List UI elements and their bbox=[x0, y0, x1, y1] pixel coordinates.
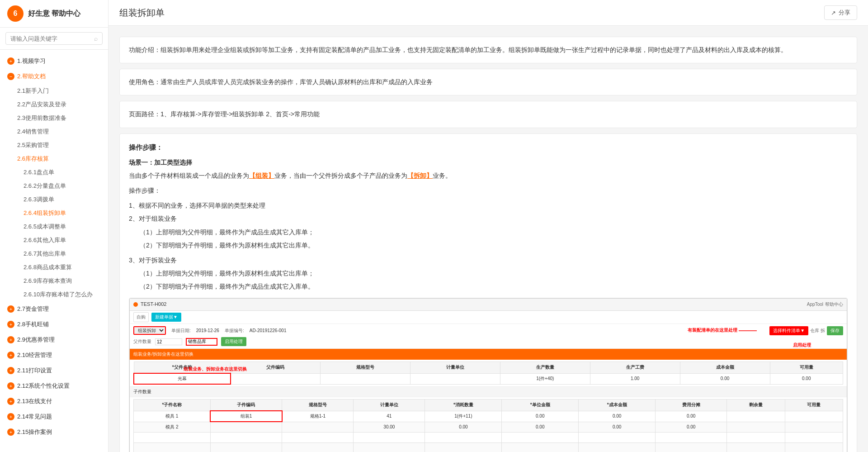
path-text: 页面路径：1、库存核算->库存管理->组装拆卸单 2、首页->常用功能 bbox=[129, 109, 848, 120]
sidebar-item-s9-label: 2.9优惠券管理 bbox=[17, 336, 55, 344]
mock-warehouse[interactable] bbox=[186, 338, 217, 346]
sidebar-item-s8-label: 2.8手机旺铺 bbox=[17, 320, 49, 328]
sidebar-item-s13[interactable]: + 2.13在线支付 bbox=[0, 394, 108, 409]
mock-parent-qty[interactable] bbox=[155, 338, 182, 345]
sidebar-item-2-6-1[interactable]: 2.6.1盘点单 bbox=[0, 166, 108, 179]
mock-apply-btn: 启用处理 bbox=[221, 337, 246, 346]
app-name: 好生意 帮助中心 bbox=[28, 9, 80, 19]
role-card: 使用角色：通常由生产人员或库管人员完成拆装业务的操作，库管人员确认原材料的出库和… bbox=[119, 69, 857, 95]
mock-type-select[interactable]: 组装拆卸 拆卸 bbox=[133, 326, 166, 335]
search-box: ⌕ bbox=[0, 28, 108, 50]
role-text: 使用角色：通常由生产人员或库管人员完成拆装业务的操作，库管人员确认原材料的出库和… bbox=[129, 76, 848, 88]
sidebar-item-2-6-2[interactable]: 2.6.2分量盘点单 bbox=[0, 179, 108, 193]
expand-icon-s11: + bbox=[7, 367, 14, 374]
mock-table-bottom-row-3 bbox=[134, 432, 843, 442]
search-input[interactable] bbox=[10, 35, 94, 42]
mock-doc-date: 2019-12-26 bbox=[196, 327, 219, 335]
sidebar-item-s15-label: 2.15操作案例 bbox=[17, 428, 52, 436]
nav-tree: + 1.视频学习 − 2.帮助文档 2.1新手入门 2.2产品安装及登录 2.3… bbox=[0, 50, 108, 452]
step3-2: （2）下部明细为子件明细，最终作为产成品生成其它入库单。 bbox=[129, 281, 848, 292]
sidebar-item-2-6-8[interactable]: 2.6.8商品成本重算 bbox=[0, 261, 108, 274]
sidebar-item-2-1[interactable]: 2.1新手入门 bbox=[0, 84, 108, 98]
sidebar-item-2-6-10[interactable]: 2.6.10库存账本错了怎么办 bbox=[0, 288, 108, 301]
sidebar-item-s8[interactable]: + 2.8手机旺铺 bbox=[0, 317, 108, 332]
sidebar-item-s7-label: 2.7资金管理 bbox=[17, 305, 49, 313]
search-box-inner[interactable]: ⌕ bbox=[5, 32, 103, 45]
collapse-icon: − bbox=[7, 73, 14, 80]
intro-text: 功能介绍：组装拆卸单用来处理企业组装或拆卸等加工业务，支持有固定装配清单的产品加… bbox=[129, 44, 848, 56]
expand-icon-s15: + bbox=[7, 428, 14, 436]
mock-fitted-btn: 选择料件清单▼ bbox=[769, 326, 808, 335]
sidebar-item-2-4[interactable]: 2.4销售管理 bbox=[0, 125, 108, 138]
annotation-type: 组装业务、拆卸业务在这里切换 bbox=[184, 365, 247, 373]
steps-title: 操作步骤： bbox=[129, 141, 848, 153]
annotation-fitted: 有装配清单的在这里处理 bbox=[688, 326, 757, 334]
sidebar-item-s14[interactable]: + 2.14常见问题 bbox=[0, 409, 108, 424]
scenario1-title: 场景一：加工类型选择 bbox=[129, 157, 848, 168]
sidebar-item-2-5[interactable]: 2.5采购管理 bbox=[0, 138, 108, 152]
mock-table-bottom-row-4 bbox=[134, 442, 843, 452]
mock-save-btn: 保存 bbox=[827, 326, 843, 335]
sidebar-item-2-6-9[interactable]: 2.6.9库存账本查询 bbox=[0, 274, 108, 288]
mock-window-title: TEST-H002 bbox=[141, 300, 166, 309]
expand-icon-s9: + bbox=[7, 336, 14, 343]
expand-icon-s10: + bbox=[7, 352, 14, 359]
screenshot-image: TEST-H002 AppTool 帮助中心 自购 新建单据▼ bbox=[129, 298, 847, 452]
mock-table-bottom: *子件名称子件编码规格型号计量单位*消耗数量*单位金额*成本金额费用分摊剩余量可… bbox=[133, 399, 843, 452]
step3-1: （1）上部明细为父件明细，最终作为原材料生成其它出库单； bbox=[129, 268, 848, 279]
steps-label: 操作步骤： bbox=[129, 185, 848, 196]
expand-icon-s8: + bbox=[7, 321, 14, 328]
share-button[interactable]: ↗ 分享 bbox=[824, 5, 857, 20]
sidebar-item-s10-label: 2.10经营管理 bbox=[17, 351, 52, 359]
sidebar-item-s10[interactable]: + 2.10经营管理 bbox=[0, 347, 108, 363]
search-icon[interactable]: ⌕ bbox=[94, 35, 98, 42]
sidebar-item-videos[interactable]: + 1.视频学习 bbox=[0, 53, 108, 69]
sidebar-item-videos-label: 1.视频学习 bbox=[17, 57, 46, 65]
sidebar-item-s9[interactable]: + 2.9优惠券管理 bbox=[0, 332, 108, 347]
steps-card: 操作步骤： 场景一：加工类型选择 当由多个子件材料组装成一个成品的业务为【组装】… bbox=[119, 133, 857, 452]
expand-icon-s12: + bbox=[7, 382, 14, 390]
path-card: 页面路径：1、库存核算->库存管理->组装拆卸单 2、首页->常用功能 bbox=[119, 101, 857, 128]
sidebar-item-2-6-6[interactable]: 2.6.6其他入库单 bbox=[0, 233, 108, 247]
scenario1-desc: 当由多个子件材料组装成一个成品的业务为【组装】业务，当由一个父件拆分成多个子产品… bbox=[129, 170, 848, 181]
sidebar-item-2-6-3[interactable]: 2.6.3调拨单 bbox=[0, 193, 108, 206]
topbar: 组装拆卸单 ↗ 分享 bbox=[108, 0, 868, 26]
sidebar-item-2-6-5[interactable]: 2.6.5成本调整单 bbox=[0, 220, 108, 233]
sidebar-item-s11[interactable]: + 2.11打印设置 bbox=[0, 363, 108, 378]
step3-title: 3、对于拆装业务 bbox=[129, 255, 848, 266]
sidebar-item-s15[interactable]: + 2.15操作案例 bbox=[0, 424, 108, 440]
sidebar-item-2-6-7[interactable]: 2.6.7其他出库单 bbox=[0, 247, 108, 261]
sidebar-item-2-2[interactable]: 2.2产品安装及登录 bbox=[0, 98, 108, 111]
sidebar-item-s7[interactable]: + 2.7资金管理 bbox=[0, 301, 108, 317]
step2-1: （1）上部明细为父件明细，最终作为产成品生成其它入库单； bbox=[129, 227, 848, 238]
mock-table-bottom-row-1: 模具 1 组装1 规格1-1411(件+11)0.000.000.00 bbox=[134, 411, 843, 422]
share-label: 分享 bbox=[839, 9, 850, 17]
expand-icon: + bbox=[7, 57, 14, 65]
mock-table-bottom-row-2: 模具 230.000.000.000.000.00 bbox=[134, 422, 843, 432]
sidebar-item-2-6[interactable]: 2.6库存核算 bbox=[0, 152, 108, 166]
sidebar-header: 6 好生意 帮助中心 bbox=[0, 0, 108, 28]
sidebar-item-s11-label: 2.11打印设置 bbox=[17, 366, 52, 375]
share-icon: ↗ bbox=[831, 10, 836, 16]
sidebar-item-help-docs[interactable]: − 2.帮助文档 bbox=[0, 69, 108, 84]
annotation-apply: 启用处理 bbox=[793, 341, 811, 349]
screenshot-container: TEST-H002 AppTool 帮助中心 自购 新建单据▼ bbox=[129, 298, 848, 452]
expand-icon-s14: + bbox=[7, 413, 14, 420]
mock-table-top-row-1: 光幕 1(件+40)1.000.000.00 bbox=[134, 373, 843, 384]
sidebar-item-help-docs-label: 2.帮助文档 bbox=[17, 72, 46, 81]
sidebar-item-2-6-4[interactable]: 2.6.4组装拆卸单 bbox=[0, 206, 108, 220]
expand-icon-s13: + bbox=[7, 398, 14, 405]
sidebar-item-s12[interactable]: + 2.12系统个性化设置 bbox=[0, 378, 108, 394]
sidebar-item-s13-label: 2.13在线支付 bbox=[17, 397, 52, 405]
sidebar: 6 好生意 帮助中心 ⌕ + 1.视频学习 − 2.帮助文档 2.1新手入门 2… bbox=[0, 0, 108, 452]
mock-new-btn: 新建单据▼ bbox=[151, 313, 181, 322]
mock-doc-num: AD-20191226-001 bbox=[250, 327, 287, 335]
sidebar-item-s14-label: 2.14常见问题 bbox=[17, 413, 52, 421]
step2-2: （2）下部明细为子件明细，最终作为原材料生成其它出库单。 bbox=[129, 240, 848, 251]
sidebar-item-s12-label: 2.12系统个性化设置 bbox=[17, 382, 70, 390]
sidebar-item-2-3[interactable]: 2.3使用前数据准备 bbox=[0, 111, 108, 125]
logo-icon: 6 bbox=[7, 5, 24, 22]
content-area: 功能介绍：组装拆卸单用来处理企业组装或拆卸等加工业务，支持有固定装配清单的产品加… bbox=[108, 26, 868, 452]
page-title: 组装拆卸单 bbox=[119, 7, 165, 19]
expand-icon-s7: + bbox=[7, 305, 14, 313]
